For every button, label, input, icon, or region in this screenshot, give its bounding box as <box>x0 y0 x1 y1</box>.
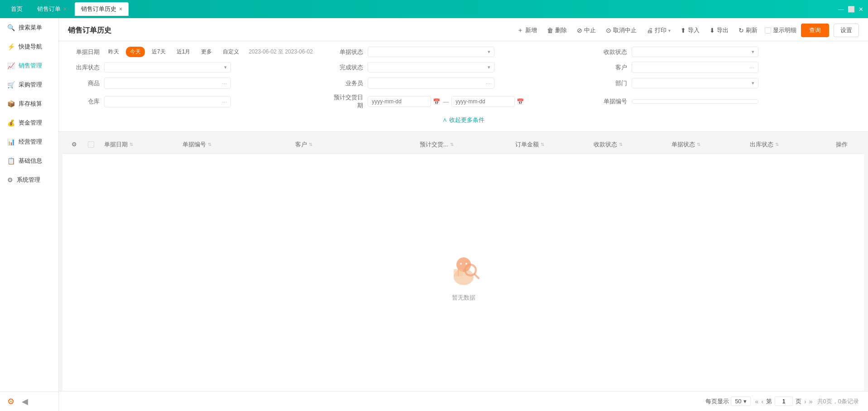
page-label: 第 <box>766 397 772 406</box>
th-customer[interactable]: 客户 ⇅ <box>291 140 415 149</box>
tab-sales-order-label: 销售订单 <box>37 5 61 13</box>
table-body: 暂无数据 <box>62 154 864 391</box>
print-button[interactable]: 🖨 打印 ▾ <box>644 24 673 36</box>
dept-select[interactable]: ▾ <box>632 78 758 88</box>
table-header: ⚙ 单据日期 ⇅ 单据编号 ⇅ 客户 ⇅ 预计交货... <box>62 135 864 154</box>
out-status-select[interactable]: ▾ <box>104 62 231 73</box>
window-controls: — ⬜ ✕ <box>838 6 863 13</box>
cancel-stop-label: 取消中止 <box>613 26 637 34</box>
stop-button[interactable]: ⊘ 中止 <box>574 24 599 36</box>
delivery-date-label: 预计交货日期 <box>331 93 368 110</box>
display-detail-cb[interactable] <box>765 27 771 34</box>
sidebar-settings-icon[interactable]: ⚙ <box>7 396 14 406</box>
window-close-btn[interactable]: ✕ <box>858 6 863 13</box>
header-checkbox[interactable] <box>88 141 94 148</box>
export-button[interactable]: ⬇ 导出 <box>707 24 731 36</box>
setting-button[interactable]: 设置 <box>834 24 859 37</box>
sidebar-bottom: ⚙ ◀ <box>0 392 58 411</box>
salesman-dots[interactable]: ··· <box>485 80 490 87</box>
import-button[interactable]: ⬆ 导入 <box>678 24 702 36</box>
stop-icon: ⊘ <box>577 27 582 34</box>
sidebar-item-quick-nav[interactable]: ⚡ 快捷导航 <box>0 37 58 56</box>
th-date[interactable]: 单据日期 ⇅ <box>100 140 178 149</box>
warehouse-input[interactable]: ··· <box>104 96 231 107</box>
sidebar-item-quick-nav-label: 快捷导航 <box>19 43 42 51</box>
cancel-stop-button[interactable]: ⊙ 取消中止 <box>603 24 639 36</box>
th-receipt[interactable]: 收款状态 ⇅ <box>589 140 667 149</box>
sidebar-item-sales[interactable]: 📈 销售管理 <box>0 56 58 75</box>
dept-label: 部门 <box>595 79 632 87</box>
tab-home[interactable]: 首页 <box>5 2 29 16</box>
customer-input[interactable]: ··· <box>632 62 758 73</box>
complete-status-label: 完成状态 <box>331 63 368 72</box>
page-header: 销售订单历史 ＋ 新增 🗑 删除 ⊘ 中止 ⊙ 取消中止 <box>59 18 868 41</box>
svg-line-5 <box>475 274 479 278</box>
customer-label: 客户 <box>595 63 632 72</box>
date-btn-7days[interactable]: 近7天 <box>148 47 170 57</box>
sort-delivery-icon: ⇅ <box>450 142 454 147</box>
new-label: 新增 <box>525 26 537 34</box>
th-settings[interactable]: ⚙ <box>67 141 83 148</box>
search-menu-icon: 🔍 <box>7 24 15 31</box>
th-number[interactable]: 单据编号 ⇅ <box>178 140 291 149</box>
th-checkbox[interactable] <box>83 141 100 148</box>
bill-number-input[interactable] <box>632 99 758 104</box>
date-btn-yesterday[interactable]: 昨天 <box>104 47 123 57</box>
query-button[interactable]: 查询 <box>801 24 829 37</box>
tab-sales-order-close[interactable]: × <box>63 6 67 12</box>
tab-sales-order-history[interactable]: 销售订单历史 × <box>75 2 129 16</box>
calendar-to-icon[interactable]: 📅 <box>517 98 524 105</box>
th-status[interactable]: 单据状态 ⇅ <box>667 140 745 149</box>
complete-status-chevron: ▾ <box>488 64 490 70</box>
th-customer-label: 客户 <box>295 140 307 149</box>
window-minimize-btn[interactable]: — <box>838 6 844 13</box>
th-delivery[interactable]: 预计交货... ⇅ <box>415 140 511 149</box>
sidebar-item-purchase[interactable]: 🛒 采购管理 <box>0 75 58 94</box>
sidebar-item-capital[interactable]: 💰 资金管理 <box>0 113 58 132</box>
goods-dots[interactable]: ··· <box>222 80 227 87</box>
system-icon: ⚙ <box>7 176 13 184</box>
sort-number-icon: ⇅ <box>208 142 211 147</box>
delivery-date-to[interactable] <box>451 96 515 107</box>
export-label: 导出 <box>717 26 729 34</box>
per-page-value-control[interactable]: 50 ▾ <box>731 396 750 406</box>
prev-page-btn[interactable]: ‹ <box>761 398 763 405</box>
sidebar-item-search-menu[interactable]: 🔍 搜索菜单 <box>0 18 58 37</box>
collapse-row[interactable]: ∧ 收起更多条件 <box>68 114 859 126</box>
next-page-btn[interactable]: › <box>804 398 806 405</box>
sidebar-item-inventory-label: 库存核算 <box>19 100 42 108</box>
tab-sales-order[interactable]: 销售订单 × <box>31 2 73 16</box>
refresh-button[interactable]: ↻ 刷新 <box>736 24 760 36</box>
empty-illustration <box>441 243 486 288</box>
delete-button[interactable]: 🗑 删除 <box>544 24 570 36</box>
sidebar-item-inventory[interactable]: 📦 库存核算 <box>0 94 58 113</box>
delivery-date-from[interactable] <box>368 96 431 107</box>
calendar-from-icon[interactable]: 📅 <box>433 98 440 105</box>
sidebar-item-system[interactable]: ⚙ 系统管理 <box>0 170 58 189</box>
date-btn-today[interactable]: 今天 <box>126 47 145 57</box>
new-button[interactable]: ＋ 新增 <box>514 24 540 36</box>
customer-dots[interactable]: ··· <box>749 64 754 71</box>
sidebar-item-operation[interactable]: 📊 经营管理 <box>0 132 58 151</box>
bill-status-select[interactable]: ▾ <box>368 47 494 57</box>
date-btn-1month[interactable]: 近1月 <box>173 47 195 57</box>
display-detail-checkbox[interactable]: 显示明细 <box>765 26 796 34</box>
date-filter-label: 单据日期 <box>68 48 104 56</box>
goods-input[interactable]: ··· <box>104 77 231 89</box>
tab-sales-order-history-close[interactable]: × <box>119 6 122 12</box>
first-page-btn[interactable]: « <box>755 398 759 405</box>
th-number-label: 单据编号 <box>182 140 206 149</box>
page-input[interactable] <box>775 396 793 406</box>
last-page-btn[interactable]: » <box>809 398 813 405</box>
date-btn-custom[interactable]: 自定义 <box>219 47 243 57</box>
complete-status-select[interactable]: ▾ <box>368 62 494 73</box>
th-amount[interactable]: 订单金额 ⇅ <box>511 140 589 149</box>
receipt-status-select[interactable]: ▾ <box>632 47 758 57</box>
salesman-input[interactable]: ··· <box>368 77 494 89</box>
sidebar-collapse-icon[interactable]: ◀ <box>22 396 28 406</box>
window-restore-btn[interactable]: ⬜ <box>848 6 855 13</box>
date-btn-more[interactable]: 更多 <box>197 47 216 57</box>
warehouse-dots[interactable]: ··· <box>222 98 227 105</box>
th-out-status[interactable]: 出库状态 ⇅ <box>745 140 824 149</box>
sidebar-item-basic[interactable]: 📋 基础信息 <box>0 151 58 170</box>
